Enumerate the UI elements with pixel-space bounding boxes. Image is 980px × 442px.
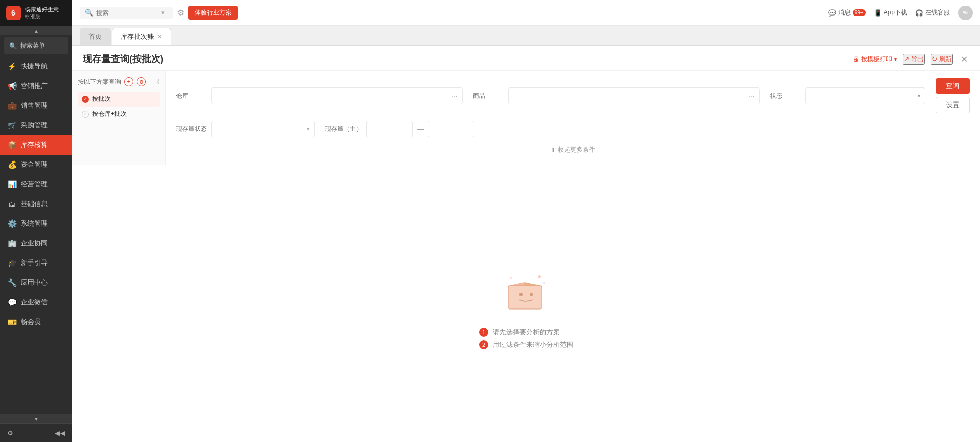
basic-icon: 🗂 — [7, 199, 17, 209]
filter-row-2: 现存量状态 ▾ 现存量（主） — — [176, 121, 970, 137]
empty-tip-2: 2 用过滤条件来缩小分析范围 — [479, 340, 573, 349]
sidebar-item-label: 快捷导航 — [21, 62, 48, 71]
stock-range-min[interactable] — [366, 121, 413, 137]
tip-2-number: 2 — [479, 340, 488, 349]
tab-batch[interactable]: 库存批次账 ✕ — [112, 28, 171, 45]
sidebar-settings-icon[interactable]: ⚙ — [7, 429, 13, 437]
product-label: 商品 — [473, 92, 504, 100]
export-label: 导出 — [911, 55, 924, 64]
message-icon: 💬 — [828, 9, 836, 17]
sidebar-item-system[interactable]: ⚙️ 系统管理 — [0, 214, 72, 233]
marketing-icon: 📢 — [7, 81, 17, 91]
status-input[interactable]: ▾ — [805, 87, 925, 104]
sidebar-item-label: 采购管理 — [21, 121, 48, 130]
operations-icon: 📊 — [7, 180, 17, 189]
sidebar-search[interactable]: 🔍 搜索菜单 — [4, 37, 68, 54]
export-button[interactable]: ↗ 导出 — [903, 54, 925, 65]
sidebar-collapse-button[interactable]: 《 — [154, 78, 160, 86]
app-download-action[interactable]: 📱 App下载 — [874, 8, 907, 17]
filter-row-1: 仓库 ··· 商品 ··· 状态 — [176, 78, 970, 113]
topbar-search-input[interactable] — [96, 9, 158, 17]
warehouse-label: 仓库 — [176, 92, 207, 100]
filter-area: 按以下方案查询 + ⚙ 《 ✓ 按批次 ○ 按仓库+批次 — [72, 71, 980, 165]
stock-range-max[interactable] — [428, 121, 474, 137]
wechat-icon: 💬 — [7, 298, 17, 307]
sidebar-item-label: 资金管理 — [21, 160, 48, 169]
main-area: 🔍 ▾ ⚙ 体验行业方案 💬 消息 99+ 📱 App下载 🎧 在线客服 — [72, 0, 980, 442]
sidebar-item-quicknav[interactable]: ⚡ 快捷导航 — [0, 56, 72, 76]
status-dropdown-icon: ▾ — [918, 93, 920, 99]
topbar-settings-icon[interactable]: ⚙ — [177, 8, 184, 18]
sidebar-item-enterprise[interactable]: 🏢 企业协同 — [0, 233, 72, 253]
print-dropdown-icon: ▾ — [894, 56, 897, 62]
message-badge: 99+ — [853, 9, 866, 16]
svg-point-3 — [530, 293, 533, 296]
sidebar-item-label: 系统管理 — [21, 219, 48, 228]
filter-form: 仓库 ··· 商品 ··· 状态 — [166, 71, 980, 165]
industry-solution-button[interactable]: 体验行业方案 — [188, 6, 238, 20]
settings-button[interactable]: 设置 — [936, 97, 970, 113]
product-input[interactable]: ··· — [508, 87, 760, 104]
status-field: 状态 ▾ — [770, 87, 925, 104]
warehouse-input[interactable]: ··· — [211, 87, 463, 104]
message-action[interactable]: 💬 消息 99+ — [828, 8, 866, 17]
system-icon: ⚙️ — [7, 219, 17, 228]
svg-point-4 — [538, 275, 541, 278]
topbar-search-box[interactable]: 🔍 ▾ — [80, 7, 173, 19]
content-close-button[interactable]: ✕ — [959, 54, 970, 64]
appstore-icon: 🔧 — [7, 278, 17, 287]
sidebar-scroll-up[interactable]: ▲ — [0, 26, 72, 35]
sidebar-collapse-icon[interactable]: ◀◀ — [55, 429, 65, 437]
user-avatar-area[interactable]: Rit — [958, 6, 973, 20]
refresh-icon: ↻ — [932, 55, 937, 63]
collapse-more-button[interactable]: ⬆ 收起更多条件 — [176, 142, 970, 157]
app-download-label: App下载 — [884, 8, 907, 17]
sidebar-scroll-down[interactable]: ▼ — [0, 414, 72, 423]
sidebar-item-marketing[interactable]: 📢 营销推广 — [0, 76, 72, 96]
scheme-item-batch[interactable]: ✓ 按批次 — [78, 92, 160, 107]
filter-sidebar-title: 按以下方案查询 + ⚙ 《 — [78, 77, 160, 86]
search-icon: 🔍 — [9, 42, 17, 50]
sidebar-item-vip[interactable]: 🎫 畅会员 — [0, 312, 72, 332]
message-label: 消息 — [838, 8, 851, 17]
sidebar-item-sales[interactable]: 💼 销售管理 — [0, 96, 72, 115]
sidebar-item-newbie[interactable]: 🎓 新手引导 — [0, 253, 72, 273]
topbar: 🔍 ▾ ⚙ 体验行业方案 💬 消息 99+ 📱 App下载 🎧 在线客服 — [72, 0, 980, 26]
add-scheme-button[interactable]: + — [124, 77, 133, 86]
empty-state: 1 请先选择要分析的方案 2 用过滤条件来缩小分析范围 — [72, 165, 980, 442]
sidebar-item-appstore[interactable]: 🔧 应用中心 — [0, 273, 72, 292]
online-service-action[interactable]: 🎧 在线客服 — [915, 8, 950, 17]
export-icon: ↗ — [904, 55, 909, 63]
topbar-left: 🔍 ▾ ⚙ 体验行业方案 — [80, 6, 823, 20]
tab-home[interactable]: 首页 — [80, 28, 111, 45]
content-area: 现存量查询(按批次) 🖨 按模板打印 ▾ ↗ 导出 ↻ 刷新 ✕ — [72, 46, 980, 442]
tab-batch-close[interactable]: ✕ — [157, 34, 162, 40]
vip-icon: 🎫 — [7, 317, 17, 327]
quicknav-icon: ⚡ — [7, 62, 17, 71]
stock-status-label: 现存量状态 — [176, 125, 207, 134]
sidebar-item-operations[interactable]: 📊 经营管理 — [0, 174, 72, 194]
scheme-warehouse-batch-label: 按仓库+批次 — [92, 110, 127, 119]
sidebar-item-purchase[interactable]: 🛒 采购管理 — [0, 115, 72, 135]
setting-scheme-button[interactable]: ⚙ — [137, 77, 146, 86]
sidebar-item-inventory[interactable]: 📦 库存核算 — [0, 135, 72, 155]
sidebar-item-finance[interactable]: 💰 资金管理 — [0, 155, 72, 174]
sidebar-item-label: 经营管理 — [21, 180, 48, 189]
service-icon: 🎧 — [915, 9, 923, 17]
stock-status-select[interactable]: ▾ — [211, 121, 315, 137]
sidebar-item-wechat[interactable]: 💬 企业微信 — [0, 292, 72, 312]
sidebar-item-label: 企业微信 — [21, 298, 48, 307]
sidebar-item-label: 畅会员 — [21, 317, 41, 327]
newbie-icon: 🎓 — [7, 258, 17, 268]
sidebar-item-label: 应用中心 — [21, 278, 48, 287]
sidebar: 6 畅康通好生意 标准版 ▲ 🔍 搜索菜单 ⚡ 快捷导航 📢 营销推广 💼 销售… — [0, 0, 72, 442]
finance-icon: 💰 — [7, 160, 17, 169]
template-print-button[interactable]: 🖨 按模板打印 ▾ — [853, 55, 897, 64]
sidebar-item-basic[interactable]: 🗂 基础信息 — [0, 194, 72, 214]
scheme-item-warehouse-batch[interactable]: ○ 按仓库+批次 — [78, 107, 160, 122]
search-label: 搜索菜单 — [20, 41, 45, 50]
refresh-button[interactable]: ↻ 刷新 — [931, 54, 953, 65]
query-button[interactable]: 查询 — [936, 78, 970, 94]
tabbar: 首页 库存批次账 ✕ — [72, 26, 980, 46]
topbar-search-icon: 🔍 — [85, 9, 93, 17]
